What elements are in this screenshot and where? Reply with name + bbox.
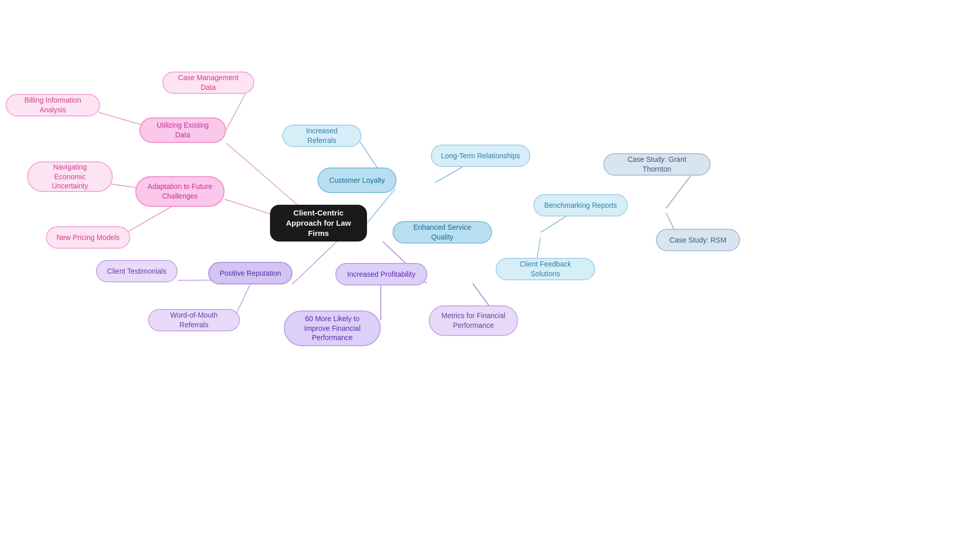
svg-line-1: [226, 91, 247, 130]
client-testimonials-node[interactable]: Client Testimonials: [96, 260, 178, 282]
billing-information-analysis-node[interactable]: Billing Information Analysis: [6, 94, 100, 116]
word-of-mouth-referrals-node[interactable]: Word-of-Mouth Referrals: [148, 309, 240, 331]
positive-reputation-node[interactable]: Positive Reputation: [208, 262, 292, 284]
60-more-likely-node[interactable]: 60 More Likely to Improve Financial Perf…: [284, 310, 381, 346]
case-study-rsm-node[interactable]: Case Study: RSM: [656, 229, 740, 251]
case-management-data-node[interactable]: Case Management Data: [162, 71, 254, 94]
svg-line-12: [666, 173, 693, 208]
customer-loyalty-node[interactable]: Customer Loyalty: [317, 167, 397, 193]
svg-line-17: [292, 242, 337, 284]
increased-profitability-node[interactable]: Increased Profitability: [335, 263, 427, 285]
client-feedback-solutions-node[interactable]: Client Feedback Solutions: [496, 258, 595, 280]
center-node[interactable]: Client-Centric Approach for Law Firms: [270, 205, 367, 242]
metrics-financial-performance-node[interactable]: Metrics for Financial Performance: [429, 305, 518, 336]
increased-referrals-node[interactable]: Increased Referrals: [282, 125, 361, 147]
svg-line-6: [367, 189, 395, 223]
case-study-grant-thornton-node[interactable]: Case Study: Grant Thornton: [603, 153, 710, 176]
enhanced-service-quality-node[interactable]: Enhanced Service Quality: [393, 221, 492, 244]
new-pricing-models-node[interactable]: New Pricing Models: [46, 226, 130, 249]
adaptation-future-challenges-node[interactable]: Adaptation to Future Challenges: [135, 176, 225, 207]
utilizing-existing-data-node[interactable]: Utilizing Existing Data: [139, 117, 226, 143]
benchmarking-reports-node[interactable]: Benchmarking Reports: [533, 194, 628, 217]
navigating-economic-uncertainty-node[interactable]: Navigating Economic Uncertainty: [27, 161, 113, 192]
long-term-relationships-node[interactable]: Long-Term Relationships: [431, 145, 530, 167]
